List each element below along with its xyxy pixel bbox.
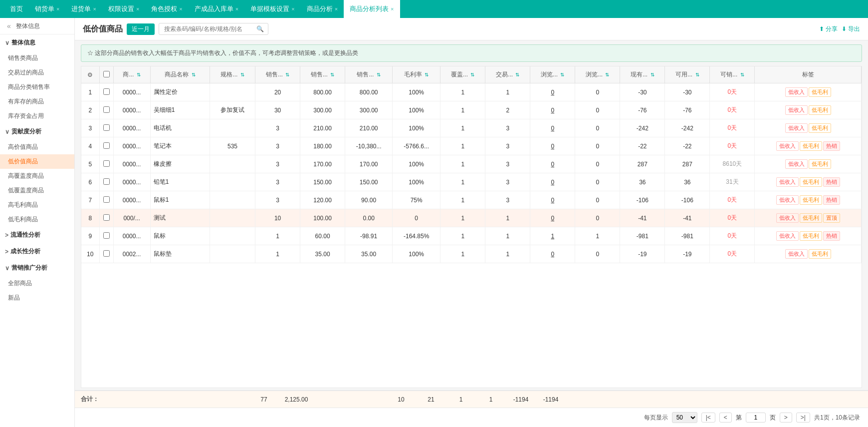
th-views2[interactable]: 浏览... ⇅ xyxy=(575,66,620,83)
cell-checkbox[interactable] xyxy=(99,191,113,209)
sidebar-item-new-goods[interactable]: 新品 xyxy=(0,291,74,305)
row-checkbox[interactable] xyxy=(103,106,110,113)
cell-checkbox[interactable] xyxy=(99,227,113,245)
sidebar-item-stock-goods[interactable]: 有库存的商品 xyxy=(0,94,74,109)
th-sales-amount[interactable]: 销售... ⇅ xyxy=(300,66,345,83)
time-filter-button[interactable]: 近一月 xyxy=(127,23,155,35)
row-checkbox[interactable] xyxy=(103,178,110,185)
th-coverage[interactable]: 覆盖... ⇅ xyxy=(440,66,485,83)
page-first-btn[interactable]: |< xyxy=(701,413,715,423)
th-sales-profit[interactable]: 销售... ⇅ xyxy=(345,66,393,83)
nav-home[interactable]: 首页 xyxy=(4,0,29,18)
cell-checkbox[interactable] xyxy=(99,137,113,155)
cell-views1[interactable]: 0 xyxy=(530,245,575,263)
cell-checkbox[interactable] xyxy=(99,209,113,227)
cell-checkbox[interactable] xyxy=(99,173,113,191)
search-icon[interactable]: 🔍 xyxy=(256,25,264,32)
sidebar-item-low-margin[interactable]: 低毛利商品 xyxy=(0,212,74,227)
cell-views1[interactable]: 0 xyxy=(530,209,575,227)
cell-views1[interactable]: 0 xyxy=(530,119,575,137)
nav-permission[interactable]: 权限设置 × xyxy=(102,0,145,18)
nav-purchase-order[interactable]: 进货单 × xyxy=(65,0,102,18)
th-settings[interactable]: ⚙ xyxy=(81,66,99,83)
sidebar-item-low-coverage[interactable]: 低覆盖度商品 xyxy=(0,183,74,198)
cell-views1[interactable]: 0 xyxy=(530,137,575,155)
row-checkbox[interactable] xyxy=(103,160,110,167)
export-button[interactable]: ⬇ 导出 xyxy=(842,25,860,33)
sidebar-item-all-goods[interactable]: 全部商品 xyxy=(0,276,74,291)
share-button[interactable]: ⬆ 分享 xyxy=(819,25,838,33)
cell-views1[interactable]: 0 xyxy=(530,173,575,191)
cell-checkbox[interactable] xyxy=(99,119,113,137)
sidebar-item-stock-capital[interactable]: 库存资金占用 xyxy=(0,109,74,123)
sidebar-collapse-btn[interactable]: « xyxy=(4,21,14,31)
th-sales-qty[interactable]: 销售... ⇅ xyxy=(255,66,300,83)
row-checkbox[interactable] xyxy=(103,142,110,149)
sidebar-group-overall[interactable]: ∨ 整体信息 xyxy=(0,34,74,51)
nav-role-auth[interactable]: 角色授权 × xyxy=(145,0,188,18)
cell-checkbox[interactable] xyxy=(99,101,113,119)
nav-close-list[interactable]: × xyxy=(391,6,394,12)
sidebar-group-marketing[interactable]: ∨ 营销推广分析 xyxy=(0,260,74,276)
nav-close-purchase[interactable]: × xyxy=(93,6,96,12)
sidebar-item-low-value[interactable]: 低价值商品 xyxy=(0,154,74,169)
cell-views1[interactable]: 0 xyxy=(530,191,575,209)
sidebar-item-high-coverage[interactable]: 高覆盖度商品 xyxy=(0,169,74,183)
nav-close-product[interactable]: × xyxy=(235,6,238,12)
sidebar-item-high-margin[interactable]: 高毛利商品 xyxy=(0,198,74,212)
row-checkbox[interactable] xyxy=(103,88,110,95)
views1-link[interactable]: 0 xyxy=(551,143,554,150)
nav-close-analysis[interactable]: × xyxy=(335,6,338,12)
th-views1[interactable]: 浏览... ⇅ xyxy=(530,66,575,83)
sidebar-item-sales-goods[interactable]: 销售类商品 xyxy=(0,51,74,65)
th-spec[interactable]: 规格... ⇅ xyxy=(210,66,255,83)
views1-link[interactable]: 0 xyxy=(551,107,554,114)
nav-product-analysis[interactable]: 商品分析 × xyxy=(301,0,344,18)
cell-views1[interactable]: 0 xyxy=(530,155,575,173)
th-available-stock[interactable]: 可用... ⇅ xyxy=(665,66,710,83)
views1-link[interactable]: 1 xyxy=(551,233,554,240)
views1-link[interactable]: 0 xyxy=(551,215,554,222)
select-all-checkbox[interactable] xyxy=(103,71,110,77)
row-checkbox[interactable] xyxy=(103,250,110,257)
page-next-btn[interactable]: > xyxy=(780,413,792,423)
views1-link[interactable]: 0 xyxy=(551,161,554,168)
cell-checkbox[interactable] xyxy=(99,245,113,263)
page-input[interactable] xyxy=(746,413,766,423)
page-prev-btn[interactable]: < xyxy=(719,413,732,423)
row-checkbox[interactable] xyxy=(103,214,110,221)
th-checkbox[interactable] xyxy=(99,66,113,83)
cell-views1[interactable]: 0 xyxy=(530,83,575,101)
sidebar-group-growth[interactable]: > 成长性分析 xyxy=(0,243,74,260)
th-gross-margin[interactable]: 毛利率 ⇅ xyxy=(393,66,440,83)
th-current-stock[interactable]: 现有... ⇅ xyxy=(620,66,665,83)
nav-product-analysis-list[interactable]: 商品分析列表 × xyxy=(344,0,400,18)
nav-close-permission[interactable]: × xyxy=(136,6,139,12)
sidebar-item-category-rate[interactable]: 商品分类销售率 xyxy=(0,80,74,94)
views1-link[interactable]: 0 xyxy=(551,125,554,132)
nav-product-storage[interactable]: 产成品入库单 × xyxy=(189,0,244,18)
cell-checkbox[interactable] xyxy=(99,155,113,173)
views1-link[interactable]: 0 xyxy=(551,197,554,204)
nav-close-sales[interactable]: × xyxy=(56,6,59,12)
sidebar-group-contribution[interactable]: ∨ 贡献度分析 xyxy=(0,123,74,140)
views1-link[interactable]: 0 xyxy=(551,179,554,186)
cell-views1[interactable]: 1 xyxy=(530,227,575,245)
page-size-select[interactable]: 50 100 200 xyxy=(672,412,697,423)
nav-template[interactable]: 单据模板设置 × xyxy=(244,0,300,18)
sidebar-item-high-value[interactable]: 高价值商品 xyxy=(0,140,74,154)
views1-link[interactable]: 0 xyxy=(551,89,554,96)
sidebar-item-traded-goods[interactable]: 交易过的商品 xyxy=(0,65,74,80)
nav-sales-order[interactable]: 销货单 × xyxy=(29,0,65,18)
page-last-btn[interactable]: >| xyxy=(796,413,810,423)
row-checkbox[interactable] xyxy=(103,232,110,239)
sidebar-group-circulation[interactable]: > 流通性分析 xyxy=(0,227,74,243)
th-code[interactable]: 商... ⇅ xyxy=(113,66,150,83)
nav-close-role[interactable]: × xyxy=(179,6,182,12)
cell-views1[interactable]: 0 xyxy=(530,101,575,119)
th-transaction[interactable]: 交易... ⇅ xyxy=(485,66,530,83)
views1-link[interactable]: 0 xyxy=(551,251,554,258)
search-input[interactable] xyxy=(159,23,268,35)
row-checkbox[interactable] xyxy=(103,196,110,203)
cell-checkbox[interactable] xyxy=(99,83,113,101)
